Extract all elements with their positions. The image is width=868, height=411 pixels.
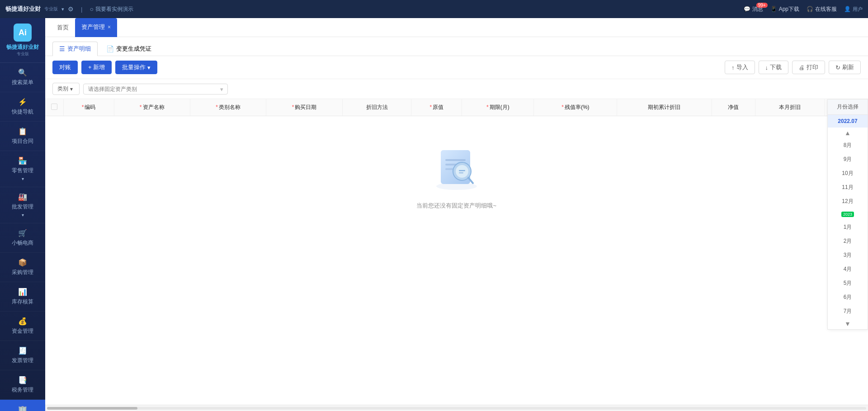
sidebar-item-project[interactable]: 📋 项目合同 xyxy=(0,122,45,151)
batch-ops-button[interactable]: 批量操作 ▾ xyxy=(115,61,157,74)
sidebar-item-tax[interactable]: 📑 税务管理 xyxy=(0,370,45,400)
tab-home-label: 首页 xyxy=(57,24,69,32)
sidebar-item-inventory[interactable]: 📊 库存核算 xyxy=(0,282,45,312)
sidebar-item-invoice[interactable]: 🧾 发票管理 xyxy=(0,341,45,370)
purchase-icon: 📦 xyxy=(18,258,27,267)
demo-link[interactable]: ○ 我要看实例演示 xyxy=(90,5,133,13)
month-item-8[interactable]: 8月 xyxy=(828,138,868,152)
month-item-3[interactable]: 3月 xyxy=(828,248,868,262)
category-filter-type[interactable]: 类别 ▾ xyxy=(52,83,80,95)
month-picker-header: 月份选择 xyxy=(828,99,868,115)
sub-tab-change-voucher[interactable]: 📄 变更生成凭证 xyxy=(99,42,158,56)
col-net-val-label: 净值 xyxy=(728,104,739,110)
online-service-button[interactable]: 🎧 在线客服 xyxy=(807,5,837,13)
sidebar-item-purchase[interactable]: 📦 采购管理 xyxy=(0,253,45,282)
month-scroll-up-button[interactable]: ▲ xyxy=(828,128,868,138)
wholesale-arrow-icon: ▾ xyxy=(22,213,24,217)
app-download-label: App下载 xyxy=(779,5,799,13)
month-picker-panel: 月份选择 2022.07 ▲ 8月 9月 10月 11月 12月 2023 1月… xyxy=(827,99,868,330)
month-item-year-badge: 2023 xyxy=(828,208,868,220)
change-voucher-label: 变更生成凭证 xyxy=(116,45,151,53)
sidebar-item-finance[interactable]: 💰 资金管理 xyxy=(0,312,45,341)
month-item-2[interactable]: 2月 xyxy=(828,234,868,248)
invoice-label: 发票管理 xyxy=(12,357,33,364)
top-bar-right: 💬 消息 99+ 📱 App下载 🎧 在线客服 👤 用户 xyxy=(744,5,863,13)
user-icon: 👤 xyxy=(844,6,851,12)
print-button[interactable]: 🖨 打印 xyxy=(792,61,825,74)
col-code-label: 编码 xyxy=(85,104,95,110)
tax-label: 税务管理 xyxy=(12,386,33,394)
filter-type-arrow: ▾ xyxy=(70,86,73,92)
svg-rect-10 xyxy=(459,172,463,174)
sub-tab-asset-detail[interactable]: ☰ 资产明细 xyxy=(52,42,98,56)
retail-arrow-icon: ▾ xyxy=(22,176,24,181)
tab-asset-mgmt[interactable]: 资产管理 × xyxy=(75,18,117,37)
tab-home[interactable]: 首页 xyxy=(51,18,75,37)
sidebar-item-retail[interactable]: 🏪 零售管理 ▾ xyxy=(0,151,45,187)
month-item-10[interactable]: 10月 xyxy=(828,166,868,180)
search-menu-label: 搜索菜单 xyxy=(12,79,33,86)
inventory-icon: 📊 xyxy=(18,288,27,296)
main-content: *编码 *资产名称 *类别名称 *购买日期 折旧方法 *原值 *期限(月) *残… xyxy=(45,99,868,411)
settings-icon[interactable]: ⚙ xyxy=(68,5,74,13)
retail-label: 零售管理 xyxy=(12,167,33,175)
download-button[interactable]: ↓ 下载 xyxy=(759,61,789,74)
tax-icon: 📑 xyxy=(18,376,27,384)
sidebar-item-search[interactable]: 🔍 搜索菜单 xyxy=(0,63,45,92)
svg-rect-9 xyxy=(459,170,465,171)
filter-type-label: 类别 xyxy=(57,85,68,93)
tab-bar: 首页 资产管理 × xyxy=(45,18,868,37)
sidebar-item-ecommerce[interactable]: 🛒 小畅电商 xyxy=(0,223,45,253)
sidebar-item-wholesale[interactable]: 🏭 批发管理 ▾ xyxy=(0,187,45,223)
reconcile-button[interactable]: 对账 xyxy=(52,61,78,74)
app-icon: 📱 xyxy=(770,6,777,12)
month-item-6[interactable]: 6月 xyxy=(828,290,868,304)
sidebar-logo: Ai 畅捷通好业财 专业版 xyxy=(0,18,45,63)
month-item-1[interactable]: 1月 xyxy=(828,220,868,234)
company-dropdown-icon[interactable]: ▾ xyxy=(61,6,64,12)
finance-label: 资金管理 xyxy=(12,327,33,335)
user-avatar[interactable]: 👤 用户 xyxy=(844,6,863,13)
table-header-checkbox[interactable] xyxy=(45,99,63,116)
app-download-button[interactable]: 📱 App下载 xyxy=(770,5,799,13)
empty-message: 当前您还没有固定资产明细哦~ xyxy=(416,202,496,210)
demo-icon: ○ xyxy=(90,5,93,13)
company-logo-text: 畅捷通好业财 xyxy=(5,5,41,13)
add-new-button[interactable]: + 新增 xyxy=(81,61,112,74)
project-icon: 📋 xyxy=(18,127,27,136)
messages-button[interactable]: 💬 消息 99+ xyxy=(744,5,763,13)
svg-point-7 xyxy=(456,165,468,178)
import-button[interactable]: ↑ 导入 xyxy=(725,61,755,74)
sidebar: Ai 畅捷通好业财 专业版 🔍 搜索菜单 ⚡ 快捷导航 📋 项目合同 🏪 零售管… xyxy=(0,18,45,411)
col-category-label: 类别名称 xyxy=(219,104,241,110)
month-item-4[interactable]: 4月 xyxy=(828,262,868,276)
month-item-11[interactable]: 11月 xyxy=(828,180,868,194)
assets-icon: 🏢 xyxy=(18,405,27,411)
month-scroll-down-button[interactable]: ▼ xyxy=(828,318,868,329)
category-filter-input[interactable] xyxy=(83,84,228,94)
refresh-button[interactable]: ↻ 刷新 xyxy=(829,61,861,74)
month-item-12[interactable]: 12月 xyxy=(828,194,868,208)
app-name-sidebar: 畅捷通好业财 xyxy=(4,43,42,51)
tab-close-icon[interactable]: × xyxy=(108,24,111,30)
print-icon: 🖨 xyxy=(799,64,805,71)
empty-icon xyxy=(429,143,484,194)
bottom-scrollbar[interactable] xyxy=(45,405,868,411)
select-all-checkbox[interactable] xyxy=(51,104,57,110)
asset-detail-icon: ☰ xyxy=(59,45,65,52)
ecommerce-icon: 🛒 xyxy=(18,229,27,237)
edition-label: 专业版 xyxy=(44,6,58,12)
refresh-label: 刷新 xyxy=(842,63,854,71)
selected-month-display[interactable]: 2022.07 xyxy=(828,115,868,128)
ai-logo: Ai xyxy=(14,24,32,42)
content-area: 首页 资产管理 × ☰ 资产明细 📄 变更生成凭证 xyxy=(45,18,868,411)
download-icon: ↓ xyxy=(765,64,769,71)
sidebar-item-quicknav[interactable]: ⚡ 快捷导航 xyxy=(0,92,45,122)
download-label: 下载 xyxy=(770,63,782,71)
table-container[interactable]: *编码 *资产名称 *类别名称 *购买日期 折旧方法 *原值 *期限(月) *残… xyxy=(45,99,868,405)
col-name: *资产名称 xyxy=(114,99,190,116)
sidebar-item-fixed-assets[interactable]: 🏢 固定资产 xyxy=(0,400,45,411)
month-item-5[interactable]: 5月 xyxy=(828,276,868,290)
month-item-7[interactable]: 7月 xyxy=(828,304,868,318)
month-item-9[interactable]: 9月 xyxy=(828,152,868,166)
